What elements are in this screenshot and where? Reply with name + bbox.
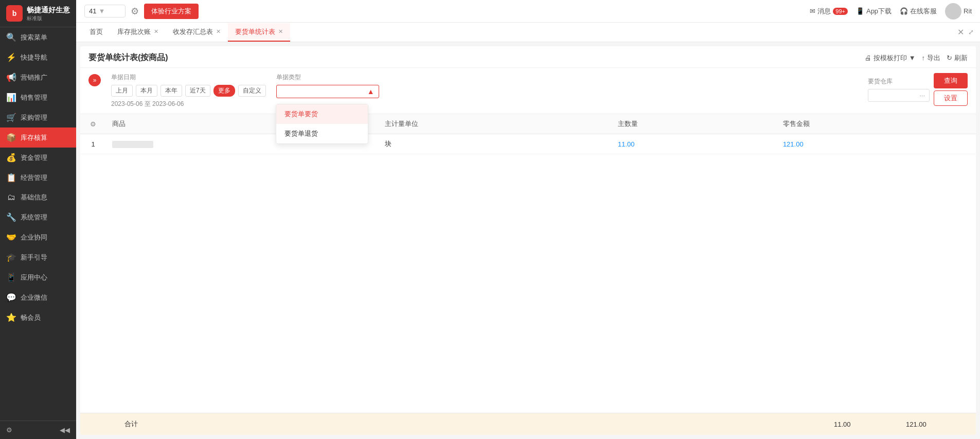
tab-expand-icon[interactable]: ⤢ [968, 28, 974, 36]
filter-expand-btn[interactable]: » [88, 74, 101, 86]
page-title: 要货单统计表(按商品) [88, 52, 168, 63]
selector-chevron-icon: ▼ [98, 7, 105, 15]
sidebar-item-search[interactable]: 🔍 搜索菜单 [0, 27, 76, 47]
print-btn[interactable]: 🖨 按模板打印 ▼ [865, 53, 916, 63]
sidebar-item-guide[interactable]: 🎓 新手引导 [0, 247, 76, 267]
sidebar-item-enterprise-collab[interactable]: 🤝 企业协同 [0, 227, 76, 247]
tab-close-receive-send[interactable]: ✕ [216, 28, 221, 35]
warehouse-select[interactable]: ··· [868, 89, 930, 102]
footer-amount: 121.00 [906, 420, 968, 428]
store-selector[interactable]: 41 ▼ [84, 5, 126, 17]
type-filter-label: 单据类型 [276, 73, 379, 82]
topbar-left: 41 ▼ ⚙ 体验行业方案 [84, 4, 804, 19]
col-quantity: 主数量 [612, 114, 777, 134]
main-content: 41 ▼ ⚙ 体验行业方案 ✉ 消息 99+ 📱 App下载 🎧 在线客服 R [76, 0, 980, 439]
sidebar-item-inventory[interactable]: 📦 库存核算 [0, 127, 76, 148]
footer-quantity: 11.00 [834, 420, 896, 428]
sidebar-settings-icon[interactable]: ⚙ [6, 426, 12, 434]
export-btn[interactable]: ↑ 导出 [922, 53, 941, 63]
user-avatar-btn[interactable]: Rit [945, 3, 972, 20]
table-settings-icon[interactable]: ⚙ [90, 120, 96, 128]
sidebar-item-wechat[interactable]: 💬 企业微信 [0, 287, 76, 307]
tabs-bar-right: ✕ ⤢ [957, 27, 974, 37]
online-service-btn[interactable]: 🎧 在线客服 [900, 7, 937, 16]
page-header: 要货单统计表(按商品) 🖨 按模板打印 ▼ ↑ 导出 ↻ 刷新 [80, 46, 976, 68]
type-filter-select[interactable]: ▲ [276, 85, 379, 98]
export-icon: ↑ [922, 54, 925, 62]
topbar-right: ✉ 消息 99+ 📱 App下载 🎧 在线客服 Rit [810, 3, 972, 20]
table-row: 1 块 11.00 121.00 [80, 134, 976, 154]
app-center-icon: 📱 [6, 272, 16, 282]
sidebar: b 畅捷通好生意 标准版 🔍 搜索菜单 ⚡ 快捷导航 📢 营销推广 📊 销售管理… [0, 0, 76, 439]
marketing-icon: 📢 [6, 72, 16, 82]
tab-home[interactable]: 首页 [82, 23, 110, 42]
wechat-icon: 💬 [6, 292, 16, 302]
filter-right: 要货仓库 ··· 查询 设置 [868, 73, 968, 106]
sidebar-item-operations[interactable]: 📋 经营管理 [0, 168, 76, 188]
cell-amount[interactable]: 121.00 [777, 134, 976, 154]
sidebar-logo: b 畅捷通好生意 标准版 [0, 0, 76, 27]
basic-info-icon: 🗂 [6, 193, 16, 202]
tab-receive-send[interactable]: 收发存汇总表 ✕ [166, 23, 228, 42]
sidebar-item-app-center[interactable]: 📱 应用中心 [0, 267, 76, 287]
query-button[interactable]: 查询 [934, 73, 968, 88]
date-btn-custom[interactable]: 自定义 [238, 85, 266, 97]
sidebar-item-system[interactable]: 🔧 系统管理 [0, 207, 76, 227]
logo-icon: b [6, 5, 23, 22]
date-btn-this-month[interactable]: 本月 [136, 85, 157, 97]
tab-close-inventory-batch[interactable]: ✕ [154, 28, 158, 35]
refresh-btn[interactable]: ↻ 刷新 [947, 53, 968, 63]
date-filter-label: 单据日期 [111, 73, 266, 82]
app-download-btn[interactable]: 📱 App下载 [856, 7, 892, 16]
tab-order-stats[interactable]: 要货单统计表 ✕ [228, 23, 290, 42]
system-icon: 🔧 [6, 212, 16, 222]
sidebar-item-quick-nav[interactable]: ⚡ 快捷导航 [0, 47, 76, 67]
tab-close-order-stats[interactable]: ✕ [278, 28, 283, 35]
cell-quantity[interactable]: 11.00 [612, 134, 777, 154]
warehouse-more-icon[interactable]: ··· [919, 92, 925, 99]
table-footer: 合计 11.00 121.00 [80, 413, 976, 435]
col-amount: 零售金额 [777, 114, 976, 134]
page-content: 要货单统计表(按商品) 🖨 按模板打印 ▼ ↑ 导出 ↻ 刷新 » [80, 46, 976, 435]
footer-label: 合计 [124, 420, 138, 428]
sidebar-item-finance[interactable]: 💰 资金管理 [0, 148, 76, 168]
date-filter-group: 单据日期 上月 本月 本年 近7天 更多 自定义 2023-05-06 至 20… [111, 73, 266, 108]
sales-icon: 📊 [6, 93, 16, 102]
print-icon: 🖨 [865, 54, 871, 62]
messages-badge: 99+ [833, 8, 848, 15]
date-btn-this-year[interactable]: 本年 [161, 85, 182, 97]
sidebar-collapse-button[interactable]: ◀◀ [60, 426, 70, 434]
col-unit: 主计量单位 [379, 114, 612, 134]
avatar [945, 3, 961, 20]
settings-icon[interactable]: ⚙ [131, 6, 139, 17]
type-filter-chevron-icon: ▲ [367, 87, 375, 96]
table-area: ⚙ 商品 主计量单位 主数量 零售金额 1 块 [80, 114, 976, 413]
tab-close-all-icon[interactable]: ✕ [957, 27, 964, 37]
sidebar-nav: 🔍 搜索菜单 ⚡ 快捷导航 📢 营销推广 📊 销售管理 🛒 采购管理 📦 库存核… [0, 27, 76, 420]
tab-inventory-batch[interactable]: 库存批次账 ✕ [110, 23, 166, 42]
sidebar-item-purchase[interactable]: 🛒 采购管理 [0, 107, 76, 127]
date-btn-more[interactable]: 更多 [213, 85, 235, 97]
data-table: ⚙ 商品 主计量单位 主数量 零售金额 1 块 [80, 114, 976, 154]
finance-icon: 💰 [6, 153, 16, 162]
product-placeholder [112, 141, 153, 148]
sidebar-item-marketing[interactable]: 📢 营销推广 [0, 67, 76, 87]
type-filter-group: 单据类型 ▲ [276, 73, 379, 98]
date-btn-last-month[interactable]: 上月 [111, 85, 133, 97]
industry-btn[interactable]: 体验行业方案 [144, 4, 199, 19]
user-name: Rit [964, 7, 972, 15]
sidebar-item-basic-info[interactable]: 🗂 基础信息 [0, 188, 76, 207]
dropdown-item-return-goods[interactable]: 要货单退货 [276, 124, 368, 143]
sidebar-item-member[interactable]: ⭐ 畅会员 [0, 307, 76, 327]
messages-btn[interactable]: ✉ 消息 99+ [810, 7, 848, 16]
message-icon: ✉ [810, 7, 815, 15]
topbar: 41 ▼ ⚙ 体验行业方案 ✉ 消息 99+ 📱 App下载 🎧 在线客服 R [76, 0, 980, 23]
cell-unit: 块 [379, 134, 612, 154]
settings-button[interactable]: 设置 [934, 90, 968, 106]
sidebar-item-sales[interactable]: 📊 销售管理 [0, 87, 76, 107]
date-btn-last-7-days[interactable]: 近7天 [185, 85, 210, 97]
guide-icon: 🎓 [6, 252, 16, 262]
type-filter-input[interactable] [281, 88, 367, 96]
dropdown-item-order-goods[interactable]: 要货单要货 [276, 104, 368, 124]
collab-icon: 🤝 [6, 232, 16, 242]
